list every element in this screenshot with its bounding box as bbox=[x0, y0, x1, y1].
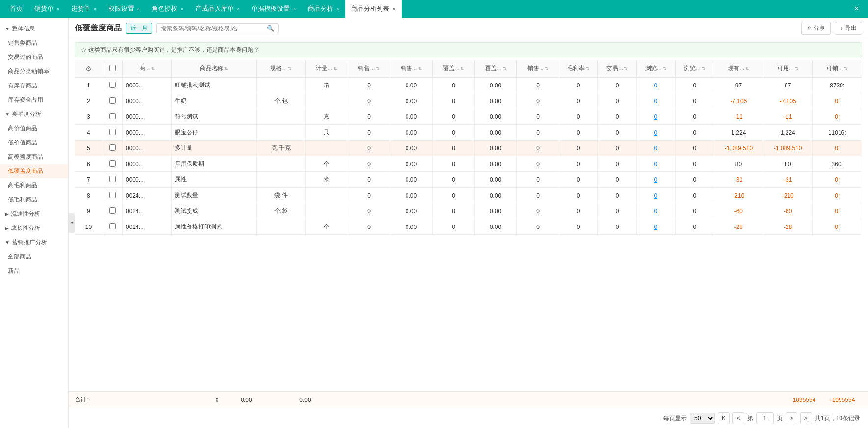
close-icon[interactable]: × bbox=[392, 6, 395, 12]
select-all-checkbox[interactable] bbox=[109, 65, 116, 71]
row-code: 0000... bbox=[123, 109, 172, 125]
row-unit: 个 bbox=[305, 219, 348, 235]
row-browse1[interactable]: 0 bbox=[636, 219, 675, 235]
page-suffix: 页 bbox=[777, 414, 783, 423]
window-close-button[interactable]: × bbox=[849, 1, 864, 16]
nav-sales-order[interactable]: 销货单 × bbox=[28, 0, 65, 18]
nav-product-warehouse[interactable]: 产成品入库单 × bbox=[190, 0, 245, 18]
sidebar-item-low-value[interactable]: 低价值商品 bbox=[0, 136, 68, 150]
sidebar-collapse-button[interactable]: « bbox=[69, 213, 75, 233]
row-checkbox-cell[interactable] bbox=[103, 93, 122, 109]
sidebar-section-overall[interactable]: ▼ 整体信息 bbox=[0, 22, 68, 36]
sidebar-item-traded-goods[interactable]: 交易过的商品 bbox=[0, 50, 68, 64]
row-cover2: 0.00 bbox=[475, 93, 517, 109]
sidebar-item-low-coverage[interactable]: 低覆盖度商品 bbox=[0, 164, 68, 178]
first-page-button[interactable]: K bbox=[718, 412, 730, 424]
nav-product-analysis-list[interactable]: 商品分析列表 × bbox=[345, 0, 401, 18]
nav-product-analysis[interactable]: 商品分析 × bbox=[302, 0, 345, 18]
sidebar-item-category-turnover[interactable]: 商品分类动销率 bbox=[0, 64, 68, 79]
row-checkbox-cell[interactable] bbox=[103, 188, 122, 203]
row-checkbox[interactable] bbox=[109, 97, 116, 104]
sidebar-item-new-goods[interactable]: 新品 bbox=[0, 264, 68, 278]
column-checkbox[interactable] bbox=[103, 60, 122, 77]
row-checkbox[interactable] bbox=[109, 129, 116, 135]
row-browse1[interactable]: 0 bbox=[636, 93, 675, 109]
row-sales1: 0 bbox=[348, 109, 390, 125]
sidebar-section-growth[interactable]: ▶ 成长性分析 bbox=[0, 221, 68, 235]
sidebar-item-all-goods[interactable]: 全部商品 bbox=[0, 250, 68, 264]
sidebar-item-high-value[interactable]: 高价值商品 bbox=[0, 121, 68, 136]
page-size-select[interactable]: 50 100 200 bbox=[690, 413, 715, 424]
row-browse1[interactable]: 0 bbox=[636, 109, 675, 125]
sidebar-item-inventory-capital[interactable]: 库存资金占用 bbox=[0, 93, 68, 107]
close-icon[interactable]: × bbox=[237, 6, 240, 12]
row-checkbox-cell[interactable] bbox=[103, 109, 122, 125]
close-icon[interactable]: × bbox=[56, 6, 59, 12]
row-trade: 0 bbox=[598, 188, 637, 203]
close-icon[interactable]: × bbox=[293, 6, 296, 12]
total-records-label: 共1页，10条记录 bbox=[815, 414, 860, 423]
search-input[interactable] bbox=[161, 25, 267, 32]
time-filter-button[interactable]: 近一月 bbox=[126, 23, 152, 34]
next-page-button[interactable]: > bbox=[786, 412, 797, 424]
close-icon[interactable]: × bbox=[180, 6, 183, 12]
nav-purchase-order[interactable]: 进货单 × bbox=[65, 0, 102, 18]
row-browse1[interactable]: 0 bbox=[636, 156, 675, 172]
row-checkbox[interactable] bbox=[109, 113, 116, 119]
table-row: 5 0000... 多计量 克,千克 0 0.00 0 0.00 0 0 0 0… bbox=[75, 141, 862, 156]
row-cover2: 0.00 bbox=[475, 188, 517, 203]
nav-permission-settings[interactable]: 权限设置 × bbox=[103, 0, 146, 18]
column-settings[interactable]: ⚙ bbox=[75, 60, 103, 77]
close-icon[interactable]: × bbox=[336, 6, 339, 12]
nav-home[interactable]: 首页 bbox=[4, 0, 28, 18]
nav-role-auth[interactable]: 角色授权 × bbox=[146, 0, 189, 18]
sidebar-item-high-margin[interactable]: 高毛利商品 bbox=[0, 178, 68, 193]
row-trade: 0 bbox=[598, 203, 637, 219]
row-browse1[interactable]: 0 bbox=[636, 188, 675, 203]
row-checkbox-cell[interactable] bbox=[103, 125, 122, 141]
row-checkbox-cell[interactable] bbox=[103, 172, 122, 188]
footer-total-label: 合计: bbox=[75, 396, 202, 404]
close-icon[interactable]: × bbox=[93, 6, 96, 12]
row-checkbox[interactable] bbox=[109, 176, 116, 182]
prev-page-button[interactable]: < bbox=[732, 412, 744, 424]
sidebar-item-sales-goods[interactable]: 销售类商品 bbox=[0, 36, 68, 50]
row-browse1[interactable]: 0 bbox=[636, 203, 675, 219]
row-checkbox[interactable] bbox=[109, 160, 116, 167]
row-checkbox-cell[interactable] bbox=[103, 203, 122, 219]
row-checkbox[interactable] bbox=[109, 223, 116, 229]
row-browse1[interactable]: 0 bbox=[636, 172, 675, 188]
sidebar-item-in-stock-goods[interactable]: 有库存商品 bbox=[0, 79, 68, 93]
share-button[interactable]: ⇧ 分享 bbox=[801, 22, 831, 35]
column-available: 可用...⇅ bbox=[763, 60, 813, 77]
row-browse1[interactable]: 0 bbox=[636, 125, 675, 141]
row-checkbox[interactable] bbox=[109, 192, 116, 198]
row-checkbox-cell[interactable] bbox=[103, 141, 122, 156]
close-icon[interactable]: × bbox=[137, 6, 140, 12]
row-checkbox-cell[interactable] bbox=[103, 77, 122, 93]
sidebar-section-marketing[interactable]: ▼ 营销推广分析 bbox=[0, 235, 68, 250]
row-checkbox[interactable] bbox=[109, 144, 116, 151]
sidebar-section-cluster[interactable]: ▼ 类群度分析 bbox=[0, 107, 68, 121]
sidebar-item-low-margin[interactable]: 低毛利商品 bbox=[0, 193, 68, 207]
row-checkbox-cell[interactable] bbox=[103, 219, 122, 235]
export-button[interactable]: ↓ 导出 bbox=[835, 22, 862, 35]
page-number-input[interactable] bbox=[756, 412, 774, 424]
row-checkbox[interactable] bbox=[109, 207, 116, 214]
row-checkbox[interactable] bbox=[109, 82, 116, 88]
row-gross: 0 bbox=[559, 109, 598, 125]
column-cover1: 覆盖...⇅ bbox=[433, 60, 475, 77]
row-saleable: 0: bbox=[813, 219, 862, 235]
row-checkbox-cell[interactable] bbox=[103, 156, 122, 172]
last-page-button[interactable]: >| bbox=[800, 412, 812, 424]
row-code: 0000... bbox=[123, 156, 172, 172]
nav-template-settings[interactable]: 单据模板设置 × bbox=[245, 0, 301, 18]
row-browse1[interactable]: 0 bbox=[636, 141, 675, 156]
row-sales1: 0 bbox=[348, 141, 390, 156]
row-browse1[interactable]: 0 bbox=[636, 77, 675, 93]
row-spec bbox=[256, 125, 305, 141]
search-icon[interactable]: 🔍 bbox=[267, 25, 274, 32]
row-available: 1,224 bbox=[763, 125, 813, 141]
sidebar-section-circulation[interactable]: ▶ 流通性分析 bbox=[0, 207, 68, 221]
sidebar-item-high-coverage[interactable]: 高覆盖度商品 bbox=[0, 150, 68, 164]
